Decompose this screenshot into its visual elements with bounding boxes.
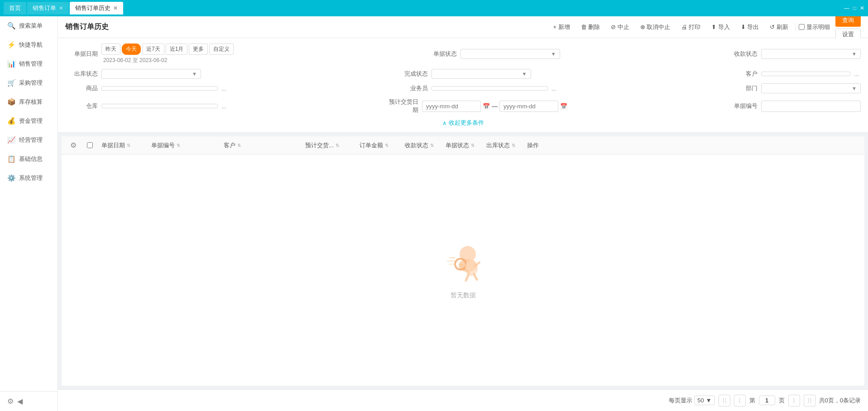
product-dots-btn[interactable]: ... — [220, 85, 228, 92]
col-header-receipt-status[interactable]: 收款状态 ⇅ — [401, 141, 442, 150]
complete-status-select[interactable]: ▼ — [432, 69, 531, 79]
delivery-date-end-cal-icon[interactable]: 📅 — [560, 103, 567, 110]
query-button[interactable]: 查询 — [835, 16, 861, 27]
col-header-amount[interactable]: 订单金额 ⇅ — [356, 141, 401, 150]
collapse-icon: ∧ — [442, 120, 447, 126]
date-btn-custom[interactable]: 自定义 — [209, 44, 234, 55]
sidebar-item-search-menu[interactable]: 🔍 搜索菜单 — [0, 16, 58, 35]
sidebar-item-sales-mgmt[interactable]: 📊 销售管理 — [0, 54, 58, 73]
page-prev-btn[interactable]: ⟨ — [734, 395, 746, 406]
warehouse-dots-btn[interactable]: ... — [220, 103, 228, 110]
sidebar-item-purchase-mgmt-label: 采购管理 — [19, 79, 43, 87]
date-btn-1month[interactable]: 近1月 — [166, 44, 188, 55]
date-btn-7days[interactable]: 近7天 — [142, 44, 164, 55]
warehouse-field: ... — [101, 103, 228, 110]
per-page-dropdown[interactable]: 50 ▼ — [694, 396, 715, 405]
receipt-status-arrow-icon: ▼ — [852, 51, 857, 57]
salesperson-select[interactable] — [432, 86, 548, 91]
tab-sales-order-label: 销售订单 — [33, 4, 56, 12]
sidebar-item-purchase-mgmt[interactable]: 🛒 采购管理 — [0, 73, 58, 92]
filter-row-1: 单据日期 昨天 今天 近7天 近1月 更多 自定义 2023-06-02 至 2… — [65, 44, 861, 64]
toolbar-divider — [796, 23, 796, 31]
col-num-label: 单据编号 — [151, 141, 175, 150]
delivery-date-start-input[interactable] — [422, 101, 481, 112]
display-detail-checkbox-label[interactable]: 显示明细 — [799, 23, 830, 31]
print-button[interactable]: 🖨 打印 — [677, 21, 705, 34]
sidebar-item-quick-nav[interactable]: ⚡ 快捷导航 — [0, 35, 58, 54]
sidebar-collapse-icon[interactable]: ◀ — [17, 397, 23, 406]
out-status-select[interactable]: ▼ — [101, 69, 201, 79]
window-close[interactable]: ✕ — [860, 5, 864, 11]
refresh-button[interactable]: ↺ 刷新 — [765, 21, 793, 34]
customer-select[interactable] — [761, 72, 850, 76]
date-field: 昨天 今天 近7天 近1月 更多 自定义 2023-06-02 至 2023-0… — [101, 44, 259, 64]
col-header-num[interactable]: 单据编号 ⇅ — [148, 141, 220, 150]
stop-button[interactable]: ⊘ 中止 — [606, 21, 634, 34]
tab-sales-order[interactable]: 销售订单 ✕ — [27, 2, 69, 15]
doc-status-select[interactable]: ▼ — [460, 49, 560, 59]
sidebar-settings-icon[interactable]: ⚙ — [7, 397, 14, 406]
doc-status-arrow-icon: ▼ — [551, 51, 556, 57]
import-button[interactable]: ⬆ 导入 — [707, 21, 734, 34]
window-maximize[interactable]: □ — [853, 5, 856, 11]
col-header-date[interactable]: 单据日期 ⇅ — [98, 141, 148, 150]
delivery-date-start-cal-icon[interactable]: 📅 — [483, 103, 490, 110]
delete-button[interactable]: 🗑 删除 — [576, 21, 605, 34]
col-header-delivery[interactable]: 预计交货... ⇅ — [302, 141, 356, 150]
page-word: 第 — [749, 396, 755, 405]
date-btn-more[interactable]: 更多 — [189, 44, 208, 55]
page-last-btn[interactable]: ⟩⟩ — [804, 395, 815, 406]
date-btn-yesterday[interactable]: 昨天 — [101, 44, 120, 55]
tab-sales-order-history-label: 销售订单历史 — [75, 4, 110, 12]
delivery-date-end-input[interactable] — [499, 101, 558, 112]
tab-home[interactable]: 首页 — [4, 2, 26, 15]
main-layout: 🔍 搜索菜单 ⚡ 快捷导航 📊 销售管理 🛒 采购管理 📦 库存核算 💰 资金管… — [0, 16, 868, 411]
sales-mgmt-icon: 📊 — [7, 60, 15, 68]
col-header-doc-status[interactable]: 单据状态 ⇅ — [442, 141, 483, 150]
select-all-checkbox[interactable] — [87, 142, 93, 148]
product-label: 商品 — [65, 84, 98, 92]
dept-arrow-icon: ▼ — [852, 86, 857, 91]
sidebar-item-inventory-calc[interactable]: 📦 库存核算 — [0, 92, 58, 111]
table-gear-icon[interactable]: ⚙ — [65, 141, 82, 150]
tab-sales-order-history[interactable]: 销售订单历史 ✕ — [70, 2, 123, 15]
table-area: ⚙ 单据日期 ⇅ 单据编号 ⇅ 客户 ⇅ 预计交货... — [62, 136, 864, 386]
receipt-status-label: 收款状态 — [725, 50, 758, 58]
filter-row-2: 出库状态 ▼ 完成状态 ▼ 客户 ... — [65, 69, 861, 79]
salesperson-dots-btn[interactable]: ... — [550, 85, 558, 92]
table-body: 暂无数据 — [62, 155, 864, 386]
page-header: 销售订单历史 + 新增 🗑 删除 ⊘ 中止 ⊗ 取消中止 🖨 打印 ⬆ 导入 ⬇… — [58, 16, 868, 38]
table-header: ⚙ 单据日期 ⇅ 单据编号 ⇅ 客户 ⇅ 预计交货... — [62, 136, 864, 155]
tab-sales-order-close[interactable]: ✕ — [59, 5, 63, 11]
tab-sales-order-history-close[interactable]: ✕ — [113, 5, 118, 11]
col-header-customer[interactable]: 客户 ⇅ — [220, 141, 302, 150]
export-button[interactable]: ⬇ 导出 — [736, 21, 764, 34]
customer-dots-btn[interactable]: ... — [852, 71, 861, 77]
page-next-btn[interactable]: ⟩ — [788, 395, 800, 406]
window-minimize[interactable]: — — [844, 5, 849, 11]
sidebar-item-basic-info[interactable]: 📋 基础信息 — [0, 150, 58, 169]
display-detail-checkbox[interactable] — [799, 24, 805, 30]
page-number-input[interactable] — [759, 396, 775, 405]
new-button[interactable]: + 新增 — [548, 21, 574, 34]
sidebar-item-ops-mgmt[interactable]: 📈 经营管理 — [0, 131, 58, 150]
product-select[interactable] — [101, 86, 218, 91]
salesperson-field: ... — [432, 85, 558, 92]
empty-illustration — [441, 241, 486, 286]
filter-row-4: 仓库 ... 预计交货日期 📅 — 📅 单据编号 — [65, 98, 861, 114]
col-customer-sort-icon: ⇅ — [237, 143, 241, 148]
doc-num-input[interactable] — [761, 101, 861, 112]
warehouse-select[interactable] — [101, 104, 218, 108]
sidebar-item-sys-mgmt[interactable]: ⚙️ 系统管理 — [0, 169, 58, 188]
date-btn-today[interactable]: 今天 — [122, 44, 141, 55]
page-first-btn[interactable]: ⟨⟨ — [719, 395, 730, 406]
table-checkbox-all[interactable] — [82, 142, 98, 148]
col-doc-status-label: 单据状态 — [446, 141, 469, 150]
cancel-stop-button[interactable]: ⊗ 取消中止 — [636, 21, 675, 34]
collapse-btn[interactable]: ∧ 收起更多条件 — [65, 119, 861, 127]
col-header-out-status[interactable]: 出库状态 ⇅ — [483, 141, 523, 150]
dept-select[interactable]: ▼ — [761, 83, 861, 93]
receipt-status-select[interactable]: ▼ — [761, 49, 861, 59]
date-range-text: 2023-06-02 至 2023-06-02 — [103, 57, 167, 64]
sidebar-item-capital-mgmt[interactable]: 💰 资金管理 — [0, 111, 58, 131]
